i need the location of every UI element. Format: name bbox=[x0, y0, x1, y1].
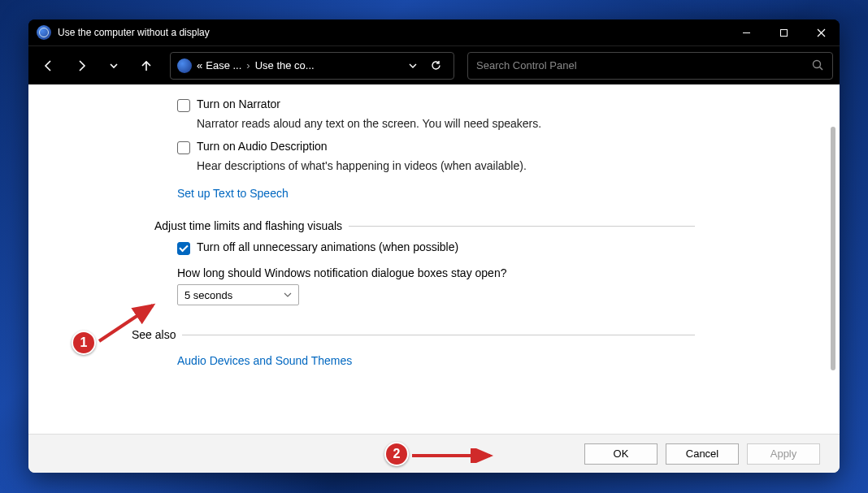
narrator-checkbox[interactable] bbox=[177, 99, 190, 112]
svg-line-5 bbox=[820, 67, 823, 71]
search-input[interactable] bbox=[476, 59, 812, 71]
text-to-speech-link[interactable]: Set up Text to Speech bbox=[177, 187, 289, 200]
narrator-label[interactable]: Turn on Narrator bbox=[197, 97, 280, 110]
window-title: Use the computer without a display bbox=[58, 27, 210, 38]
section-time-limits: Adjust time limits and flashing visuals bbox=[154, 219, 695, 232]
navbar: « Ease ... › Use the co... bbox=[28, 45, 840, 84]
content-area: Turn on Narrator Narrator reads aloud an… bbox=[28, 84, 840, 473]
annotation-arrow-2 bbox=[409, 448, 498, 463]
crumb-ease[interactable]: Ease ... bbox=[206, 59, 241, 71]
ease-of-access-icon bbox=[37, 25, 51, 40]
annotation-badge-1: 1 bbox=[72, 331, 96, 355]
apply-button: Apply bbox=[747, 443, 820, 465]
narrator-desc: Narrator reads aloud any text on the scr… bbox=[197, 117, 672, 130]
svg-rect-1 bbox=[780, 29, 787, 36]
minimize-button[interactable] bbox=[727, 19, 765, 45]
up-button[interactable] bbox=[132, 52, 160, 80]
section-see-also: See also bbox=[132, 328, 695, 341]
ok-button[interactable]: OK bbox=[584, 443, 658, 465]
chevron-down-icon bbox=[284, 291, 292, 299]
audio-devices-link[interactable]: Audio Devices and Sound Themes bbox=[177, 354, 352, 367]
search-icon[interactable] bbox=[812, 59, 824, 71]
audio-description-checkbox[interactable] bbox=[177, 141, 190, 154]
svg-line-7 bbox=[99, 305, 153, 341]
audio-description-desc: Hear descriptions of what's happening in… bbox=[197, 159, 672, 172]
maximize-button[interactable] bbox=[765, 19, 802, 45]
control-panel-window: Use the computer without a display « Eas… bbox=[28, 19, 840, 473]
vertical-scrollbar[interactable] bbox=[828, 84, 838, 434]
location-icon bbox=[177, 58, 192, 73]
chevron-right-icon: › bbox=[246, 59, 250, 71]
history-dropdown-button[interactable] bbox=[401, 61, 424, 71]
address-bar[interactable]: « Ease ... › Use the co... bbox=[170, 52, 454, 80]
forward-button[interactable] bbox=[67, 52, 95, 80]
recent-locations-button[interactable] bbox=[100, 52, 128, 80]
crumb-usethecomputer[interactable]: Use the co... bbox=[255, 59, 315, 71]
notification-duration-dropdown[interactable]: 5 seconds bbox=[177, 284, 299, 305]
scrollbar-thumb[interactable] bbox=[831, 127, 835, 370]
cancel-button[interactable]: Cancel bbox=[666, 443, 739, 465]
close-button[interactable] bbox=[802, 19, 840, 45]
back-button[interactable] bbox=[35, 52, 63, 80]
turn-off-animations-label[interactable]: Turn off all unnecessary animations (whe… bbox=[197, 240, 458, 253]
search-bar[interactable] bbox=[467, 52, 833, 80]
annotation-badge-2: 2 bbox=[384, 442, 409, 466]
turn-off-animations-checkbox[interactable] bbox=[177, 242, 190, 255]
annotation-arrow-1 bbox=[96, 299, 159, 344]
audio-description-label[interactable]: Turn on Audio Description bbox=[197, 140, 328, 153]
notification-duration-label: How long should Windows notification dia… bbox=[177, 266, 672, 279]
svg-point-4 bbox=[814, 61, 821, 68]
titlebar: Use the computer without a display bbox=[28, 19, 840, 45]
refresh-button[interactable] bbox=[424, 59, 447, 71]
